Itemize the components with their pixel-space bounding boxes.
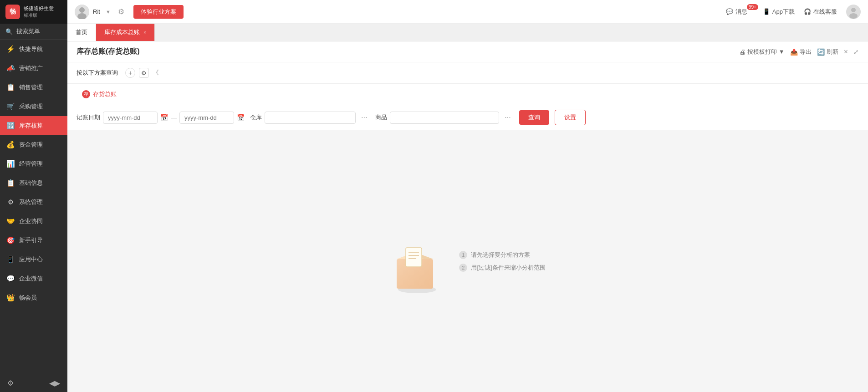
filter-actions: + ⚙ 《 [125, 68, 159, 78]
warehouse-input[interactable] [265, 112, 356, 124]
online-service-label: 在线客服 [813, 8, 837, 16]
scheme-item-inventory-ledger[interactable]: 存 存货总账 [77, 87, 122, 101]
refresh-btn[interactable]: 🔄 刷新 [817, 48, 838, 56]
date-start-input[interactable] [103, 112, 158, 124]
empty-messages: 1 请先选择要分析的方案 2 用[过滤]条件来缩小分析范围 [459, 251, 545, 272]
logo-icon: 畅 [5, 5, 20, 19]
top-section: 库存总账(存货总账) 🖨 按模板打印 ▼ 📤 导出 🔄 刷新 [67, 41, 868, 130]
online-service-action[interactable]: 🎧 在线客服 [804, 8, 837, 16]
sidebar-search[interactable]: 🔍 搜索菜单 [0, 24, 67, 40]
cooperation-icon: 🤝 [6, 217, 15, 225]
page-header: 库存总账(存货总账) 🖨 按模板打印 ▼ 📤 导出 🔄 刷新 [67, 41, 868, 62]
print-btn[interactable]: 🖨 按模板打印 ▼ [739, 48, 785, 56]
svg-point-4 [851, 8, 856, 12]
product-condition-group: 商品 ··· [375, 112, 513, 124]
filter-area: 按以下方案查询 + ⚙ 《 [67, 62, 868, 84]
refresh-icon: 🔄 [817, 48, 825, 56]
sidebar-item-label: 应用中心 [19, 255, 43, 264]
msg-1-num: 1 [459, 251, 467, 259]
query-conditions: 记账日期 📅 — 📅 仓库 ··· 商品 ··· 查询 [67, 105, 868, 130]
inventory-icon: 🔢 [6, 122, 15, 130]
sidebar-item-inventory[interactable]: 🔢 库存核算 [0, 116, 67, 135]
sidebar-item-label: 经营管理 [19, 160, 43, 168]
query-button[interactable]: 查询 [519, 110, 549, 125]
filter-add-btn[interactable]: + [125, 68, 135, 78]
sidebar-item-app-center[interactable]: 📱 应用中心 [0, 250, 67, 269]
settings-footer-icon[interactable]: ⚙ [7, 379, 14, 387]
sidebar-item-marketing[interactable]: 📣 营销推广 [0, 59, 67, 78]
sidebar-item-guide[interactable]: 🎯 新手引导 [0, 231, 67, 250]
sidebar-item-finance[interactable]: 💰 资金管理 [0, 135, 67, 154]
sidebar-item-operations[interactable]: 📊 经营管理 [0, 154, 67, 173]
svg-point-1 [79, 7, 85, 13]
operations-icon: 📊 [6, 160, 15, 168]
product-more-btn[interactable]: ··· [502, 112, 513, 122]
panel-close-btn[interactable]: × [844, 48, 848, 56]
svg-rect-9 [406, 248, 422, 267]
date-start-calendar-icon[interactable]: 📅 [160, 114, 168, 121]
export-icon: 📤 [790, 48, 798, 56]
sidebar-logo: 畅 畅捷通好生意 标准版 [0, 0, 67, 24]
sidebar-item-system[interactable]: ⚙ 系统管理 [0, 193, 67, 212]
sidebar-item-label: 企业微信 [19, 275, 43, 283]
filter-label: 按以下方案查询 [77, 69, 118, 77]
collapse-sidebar-icon[interactable]: ◀▶ [49, 379, 60, 387]
topbar-left: Rit ▼ ⚙ 体验行业方案 [75, 5, 184, 19]
filter-settings-btn[interactable]: ⚙ [139, 68, 149, 78]
sidebar-item-label: 企业协同 [19, 217, 43, 225]
sidebar-item-sales[interactable]: 📋 销售管理 [0, 78, 67, 97]
print-dropdown-icon[interactable]: ▼ [779, 48, 785, 55]
tab-home-label: 首页 [76, 28, 87, 36]
wechat-icon: 💬 [6, 275, 15, 283]
panel-expand-btn[interactable]: ⤢ [853, 48, 859, 56]
topbar-right-avatar[interactable] [846, 5, 861, 19]
product-label: 商品 [375, 113, 387, 122]
settings-button[interactable]: 设置 [555, 110, 586, 125]
sidebar-item-label: 销售管理 [19, 83, 43, 92]
date-end-input[interactable] [179, 112, 234, 124]
topbar-right: 💬 消息 99+ 📱 App下载 🎧 在线客服 [726, 5, 861, 19]
print-icon: 🖨 [739, 48, 745, 56]
sidebar-item-member[interactable]: 👑 畅会员 [0, 288, 67, 307]
warehouse-condition-group: 仓库 ··· [250, 112, 370, 124]
msg-2-text: 用[过滤]条件来缩小分析范围 [471, 264, 545, 272]
message-label: 消息 [735, 8, 747, 16]
industry-btn[interactable]: 体验行业方案 [133, 5, 184, 19]
export-btn[interactable]: 📤 导出 [790, 48, 812, 56]
filter-settings-icon: ⚙ [141, 70, 147, 76]
sidebar-item-wechat[interactable]: 💬 企业微信 [0, 269, 67, 288]
tab-home[interactable]: 首页 [67, 24, 96, 41]
scheme-list: 存 存货总账 [67, 84, 868, 105]
sidebar-item-quick-nav[interactable]: ⚡ 快捷导航 [0, 40, 67, 59]
topbar-dropdown-icon[interactable]: ▼ [106, 9, 111, 15]
app-download-action[interactable]: 📱 App下载 [763, 8, 795, 16]
sidebar-item-label: 系统管理 [19, 198, 43, 206]
sidebar-item-cooperation[interactable]: 🤝 企业协同 [0, 212, 67, 231]
message-action[interactable]: 💬 消息 99+ [726, 8, 754, 16]
empty-msg-2: 2 用[过滤]条件来缩小分析范围 [459, 264, 545, 272]
sidebar-search-label: 搜索菜单 [16, 27, 40, 36]
message-badge: 99+ [747, 4, 758, 10]
sidebar-nav: ⚡ 快捷导航 📣 营销推广 📋 销售管理 🛒 采购管理 🔢 库存核算 💰 资金管… [0, 40, 67, 374]
online-service-icon: 🎧 [804, 8, 811, 15]
topbar-settings-icon[interactable]: ⚙ [118, 7, 124, 16]
system-icon: ⚙ [6, 198, 15, 206]
export-label: 导出 [800, 48, 812, 56]
empty-state: 1 请先选择要分析的方案 2 用[过滤]条件来缩小分析范围 [67, 130, 868, 392]
msg-1-text: 请先选择要分析的方案 [471, 251, 530, 259]
sidebar-item-basic-info[interactable]: 📋 基础信息 [0, 173, 67, 193]
sidebar-item-purchase[interactable]: 🛒 采购管理 [0, 97, 67, 116]
filter-collapse-btn[interactable]: 《 [153, 69, 159, 77]
sidebar-item-label: 营销推广 [19, 64, 43, 72]
sidebar-item-label: 库存核算 [19, 122, 43, 130]
warehouse-more-btn[interactable]: ··· [358, 112, 370, 122]
msg-2-num: 2 [459, 264, 467, 272]
page-content: 库存总账(存货总账) 🖨 按模板打印 ▼ 📤 导出 🔄 刷新 [67, 41, 868, 392]
tab-inventory-ledger[interactable]: 库存成本总账 × [96, 24, 155, 41]
guide-icon: 🎯 [6, 236, 15, 244]
sidebar-item-label: 畅会员 [19, 294, 37, 302]
product-input[interactable] [390, 112, 499, 124]
date-end-calendar-icon[interactable]: 📅 [237, 114, 245, 121]
empty-illustration [390, 234, 444, 289]
tab-close-icon[interactable]: × [143, 30, 146, 35]
